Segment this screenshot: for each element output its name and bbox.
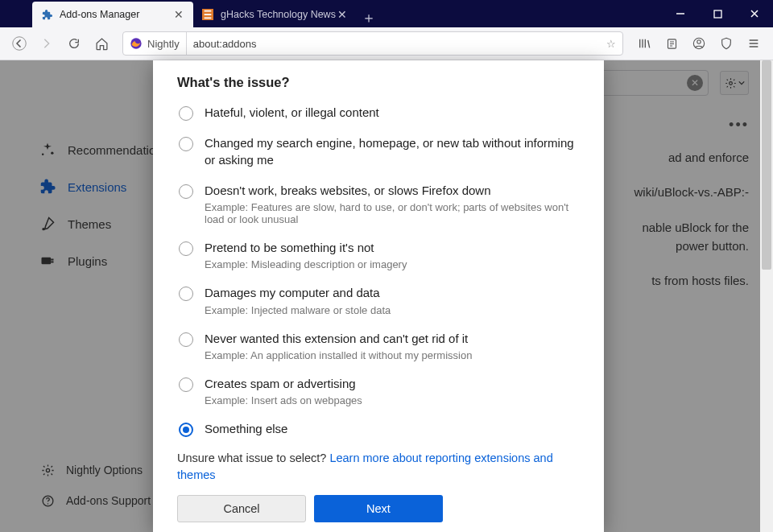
scrollbar-thumb[interactable]	[762, 60, 771, 270]
tab-ghacks[interactable]: gHacks Technology News ✕	[193, 2, 357, 27]
dialog-heading: What's the issue?	[177, 75, 580, 90]
issue-option[interactable]: Damages my computer and dataExample: Inj…	[179, 285, 580, 315]
option-example: Example: Insert ads on webpages	[205, 394, 362, 406]
window-controls	[662, 0, 773, 27]
radio-icon[interactable]	[179, 377, 193, 392]
back-button[interactable]	[6, 31, 32, 56]
new-tab-button[interactable]: ＋	[357, 8, 381, 27]
radio-icon[interactable]	[179, 287, 193, 301]
radio-icon[interactable]	[179, 106, 193, 121]
url-bar[interactable]: Nightly about:addons ☆	[122, 31, 623, 56]
shield-icon[interactable]	[713, 31, 739, 56]
minimize-button[interactable]	[662, 0, 699, 27]
issue-option[interactable]: Hateful, violent, or illegal content	[179, 105, 580, 121]
report-abuse-dialog: What's the issue? Hateful, violent, or i…	[153, 60, 604, 532]
close-icon[interactable]: ✕	[172, 8, 185, 21]
issue-option[interactable]: Something else	[179, 421, 580, 437]
issue-option[interactable]: Doesn't work, breaks websites, or slows …	[179, 183, 580, 225]
library-button[interactable]	[631, 31, 657, 56]
tab-label: gHacks Technology News	[221, 9, 336, 20]
reader-button[interactable]	[659, 31, 684, 56]
identity-box[interactable]: Nightly	[130, 32, 187, 55]
tab-addons-manager[interactable]: Add-ons Manager ✕	[32, 2, 193, 27]
svg-point-7	[697, 40, 701, 43]
radio-icon[interactable]	[179, 241, 193, 256]
option-label: Doesn't work, breaks websites, or slows …	[205, 183, 580, 199]
radio-icon[interactable]	[179, 184, 193, 199]
next-button[interactable]: Next	[314, 495, 443, 522]
tab-label: Add-ons Manager	[60, 9, 172, 20]
svg-point-3	[13, 37, 27, 51]
issue-option[interactable]: Never wanted this extension and can't ge…	[179, 331, 580, 361]
option-label: Hateful, violent, or illegal content	[205, 105, 379, 121]
svg-rect-2	[714, 10, 721, 18]
issue-option[interactable]: Creates spam or advertisingExample: Inse…	[179, 376, 580, 406]
option-example: Example: An application installed it wit…	[205, 349, 472, 361]
url-text: about:addons	[187, 38, 606, 50]
option-example: Example: Features are slow, hard to use,…	[205, 201, 580, 225]
option-example: Example: Misleading description or image…	[205, 258, 407, 270]
maximize-button[interactable]	[699, 0, 736, 27]
option-label: Never wanted this extension and can't ge…	[205, 331, 472, 347]
close-icon[interactable]: ✕	[336, 8, 349, 21]
cancel-button[interactable]: Cancel	[177, 495, 306, 522]
option-label: Creates spam or advertising	[205, 376, 362, 392]
issue-option[interactable]: Pretend to be something it's notExample:…	[179, 240, 580, 270]
identity-label: Nightly	[147, 38, 180, 50]
nav-toolbar: Nightly about:addons ☆	[0, 27, 773, 60]
radio-icon[interactable]	[179, 137, 193, 151]
close-window-button[interactable]	[736, 0, 773, 27]
account-button[interactable]	[686, 31, 712, 56]
option-label: Pretend to be something it's not	[205, 240, 407, 256]
content-area: Recommendations Extensions Themes Plugin…	[0, 60, 773, 532]
issue-options: Hateful, violent, or illegal contentChan…	[177, 105, 580, 447]
titlebar: Add-ons Manager ✕ gHacks Technology News…	[0, 0, 773, 27]
radio-icon[interactable]	[179, 423, 193, 437]
bookmark-star-icon[interactable]: ☆	[606, 38, 616, 50]
firefox-icon	[130, 37, 143, 50]
option-label: Changed my search engine, homepage, or n…	[205, 135, 580, 168]
tab-strip: Add-ons Manager ✕ gHacks Technology News…	[0, 0, 381, 27]
reload-button[interactable]	[61, 31, 87, 56]
ghacks-favicon	[201, 8, 214, 21]
puzzle-icon	[40, 8, 53, 21]
issue-option[interactable]: Changed my search engine, homepage, or n…	[179, 135, 580, 168]
option-label: Damages my computer and data	[205, 285, 391, 301]
forward-button[interactable]	[34, 31, 60, 56]
option-example: Example: Injected malware or stole data	[205, 304, 391, 316]
home-button[interactable]	[89, 31, 114, 56]
vertical-scrollbar[interactable]	[760, 60, 773, 532]
unsure-help: Unsure what issue to select? Learn more …	[177, 450, 580, 484]
radio-icon[interactable]	[179, 332, 193, 347]
menu-button[interactable]	[741, 31, 767, 56]
option-label: Something else	[205, 421, 287, 437]
unsure-text: Unsure what issue to select?	[177, 452, 329, 464]
